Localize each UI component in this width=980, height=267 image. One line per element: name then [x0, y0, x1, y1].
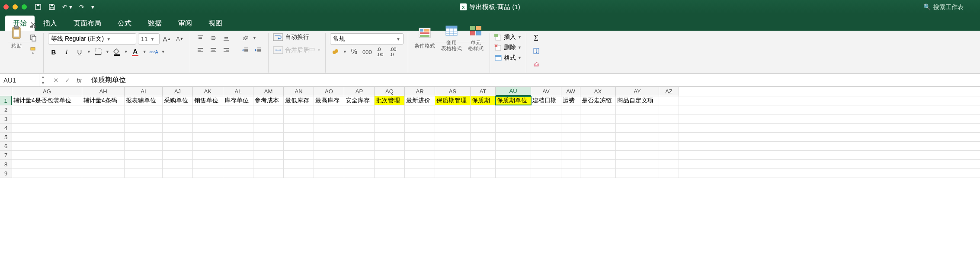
- format-painter-button[interactable]: [28, 46, 39, 55]
- cell-AH1[interactable]: 辅计量4条码: [82, 96, 125, 105]
- cell-AK7[interactable]: [193, 151, 223, 159]
- cell-AT8[interactable]: [471, 160, 496, 168]
- close-window[interactable]: [3, 4, 9, 10]
- cell-AR6[interactable]: [405, 142, 435, 150]
- cell-AL2[interactable]: [223, 105, 253, 114]
- cell-AR5[interactable]: [405, 133, 435, 141]
- number-format-select[interactable]: 常规▼: [330, 33, 404, 44]
- cell-AH4[interactable]: [82, 124, 125, 132]
- cell-AX7[interactable]: [580, 151, 616, 159]
- align-bottom-button[interactable]: [221, 33, 232, 43]
- cell-AY3[interactable]: [616, 114, 659, 123]
- cell-AV7[interactable]: [531, 151, 561, 159]
- cell-AR8[interactable]: [405, 160, 435, 168]
- column-header-AR[interactable]: AR: [405, 87, 435, 96]
- cell-AG1[interactable]: 辅计量4是否包装单位: [12, 96, 82, 105]
- increase-indent-button[interactable]: [253, 45, 264, 55]
- cancel-formula-icon[interactable]: ✕: [53, 76, 59, 84]
- cell-AO9[interactable]: [314, 169, 344, 178]
- cell-AZ2[interactable]: [659, 105, 679, 114]
- cell-AJ1[interactable]: 采购单位: [163, 96, 193, 105]
- column-header-AJ[interactable]: AJ: [163, 87, 193, 96]
- cell-AY1[interactable]: 商品自定义项: [616, 96, 659, 105]
- cell-AL7[interactable]: [223, 151, 253, 159]
- cell-AO5[interactable]: [314, 133, 344, 141]
- cell-AZ7[interactable]: [659, 151, 679, 159]
- cell-AP8[interactable]: [344, 160, 375, 168]
- cell-AO2[interactable]: [314, 105, 344, 114]
- row-header-3[interactable]: 3: [0, 114, 12, 123]
- cell-AK9[interactable]: [193, 169, 223, 178]
- wrap-text-button[interactable]: 自动换行: [273, 33, 321, 41]
- cell-AV3[interactable]: [531, 114, 561, 123]
- redo-icon[interactable]: ↷: [79, 3, 84, 10]
- tab-review[interactable]: 审阅: [170, 16, 200, 31]
- cell-AN4[interactable]: [284, 124, 314, 132]
- cell-AT6[interactable]: [471, 142, 496, 150]
- column-header-AV[interactable]: AV: [531, 87, 561, 96]
- cell-AJ9[interactable]: [163, 169, 193, 178]
- cell-AN7[interactable]: [284, 151, 314, 159]
- column-header-AM[interactable]: AM: [253, 87, 284, 96]
- cell-AS4[interactable]: [435, 124, 471, 132]
- cell-AV6[interactable]: [531, 142, 561, 150]
- currency-button[interactable]: [330, 47, 341, 57]
- cell-AI6[interactable]: [125, 142, 163, 150]
- column-header-AQ[interactable]: AQ: [375, 87, 405, 96]
- column-header-AU[interactable]: AU: [496, 87, 531, 96]
- cell-AQ7[interactable]: [375, 151, 405, 159]
- cell-AV2[interactable]: [531, 105, 561, 114]
- cell-AW2[interactable]: [561, 105, 580, 114]
- name-box[interactable]: AU1: [0, 74, 39, 86]
- cell-AS9[interactable]: [435, 169, 471, 178]
- cell-AQ5[interactable]: [375, 133, 405, 141]
- cell-AX6[interactable]: [580, 142, 616, 150]
- cell-AW9[interactable]: [561, 169, 580, 178]
- cell-AO3[interactable]: [314, 114, 344, 123]
- cell-AQ1[interactable]: 批次管理: [375, 96, 405, 105]
- cell-AJ3[interactable]: [163, 114, 193, 123]
- cell-AN2[interactable]: [284, 105, 314, 114]
- cell-AQ3[interactable]: [375, 114, 405, 123]
- column-header-AL[interactable]: AL: [223, 87, 253, 96]
- cell-AM3[interactable]: [253, 114, 284, 123]
- cell-AI5[interactable]: [125, 133, 163, 141]
- italic-button[interactable]: I: [61, 47, 72, 57]
- cell-AT4[interactable]: [471, 124, 496, 132]
- cell-AU6[interactable]: [496, 142, 531, 150]
- column-header-AW[interactable]: AW: [561, 87, 580, 96]
- cell-AO7[interactable]: [314, 151, 344, 159]
- cell-AY4[interactable]: [616, 124, 659, 132]
- cell-AL3[interactable]: [223, 114, 253, 123]
- select-all-corner[interactable]: [0, 87, 12, 96]
- cell-AW6[interactable]: [561, 142, 580, 150]
- cell-AM5[interactable]: [253, 133, 284, 141]
- align-top-button[interactable]: [195, 33, 206, 43]
- decrease-indent-button[interactable]: [240, 45, 251, 55]
- cell-AK1[interactable]: 销售单位: [193, 96, 223, 105]
- cell-AY7[interactable]: [616, 151, 659, 159]
- cell-AR7[interactable]: [405, 151, 435, 159]
- cell-AJ6[interactable]: [163, 142, 193, 150]
- cell-AR9[interactable]: [405, 169, 435, 178]
- cell-AM7[interactable]: [253, 151, 284, 159]
- comma-button[interactable]: 000: [362, 47, 373, 57]
- search-input[interactable]: [933, 3, 977, 10]
- cell-AZ9[interactable]: [659, 169, 679, 178]
- cell-AX5[interactable]: [580, 133, 616, 141]
- cell-AG4[interactable]: [12, 124, 82, 132]
- align-left-button[interactable]: [195, 45, 206, 55]
- cell-AX4[interactable]: [580, 124, 616, 132]
- cell-AG6[interactable]: [12, 142, 82, 150]
- cell-AZ5[interactable]: [659, 133, 679, 141]
- cell-AJ4[interactable]: [163, 124, 193, 132]
- cell-AZ6[interactable]: [659, 142, 679, 150]
- cell-AK5[interactable]: [193, 133, 223, 141]
- phonetic-button[interactable]: abcA: [148, 47, 160, 57]
- row-header-4[interactable]: 4: [0, 124, 12, 132]
- cell-AQ2[interactable]: [375, 105, 405, 114]
- cut-button[interactable]: [28, 20, 39, 29]
- cell-AH2[interactable]: [82, 105, 125, 114]
- cell-AH5[interactable]: [82, 133, 125, 141]
- cell-AI7[interactable]: [125, 151, 163, 159]
